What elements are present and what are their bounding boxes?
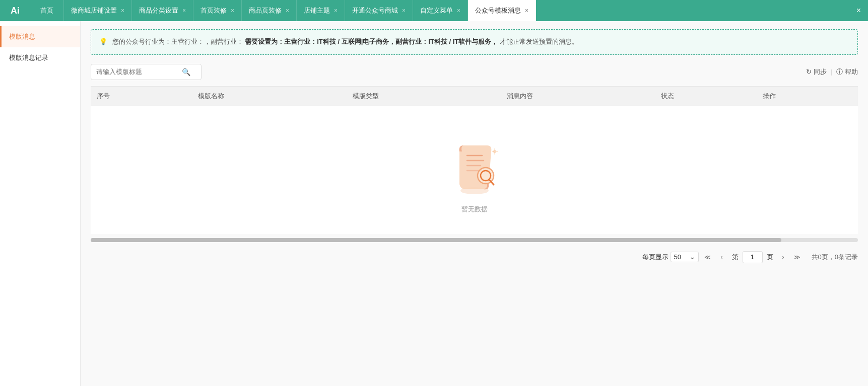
tab-close-icon[interactable]: ×: [402, 7, 406, 14]
tab-close-icon[interactable]: ×: [334, 7, 338, 14]
col-header-type: 模版类型: [347, 86, 501, 106]
tab-label: 微商城店铺设置: [71, 6, 117, 15]
search-input[interactable]: [96, 68, 182, 75]
tab-open-shop[interactable]: 开通公众号商城×: [345, 0, 413, 21]
tab-bar: Ai 首页微商城店铺设置×商品分类设置×首页装修×商品页装修×店铺主题×开通公众…: [0, 0, 868, 21]
col-header-action: 操作: [757, 86, 858, 106]
tab-product-category[interactable]: 商品分类设置×: [132, 0, 193, 21]
tab-label: 店铺主题: [304, 6, 330, 15]
close-all-button[interactable]: ×: [849, 0, 868, 21]
pagination: 每页显示 50 ⌄ ≪ ‹ 第 页 › ≫ 共0页，0条记录: [91, 246, 858, 268]
data-table: 序号模版名称模版类型消息内容状态操作: [91, 86, 858, 234]
page-size-selector: 每页显示 50 ⌄: [642, 252, 699, 262]
tab-shop-theme[interactable]: 店铺主题×: [297, 0, 345, 21]
tab-product-decor[interactable]: 商品页装修×: [242, 0, 297, 21]
tab-close-icon[interactable]: ×: [525, 7, 528, 14]
tab-template-msg[interactable]: 公众号模板消息×: [468, 0, 536, 21]
tab-close-icon[interactable]: ×: [286, 7, 289, 14]
tab-label: 首页装修: [201, 6, 227, 15]
col-header-name: 模版名称: [192, 86, 346, 106]
page-navigation: ≪ ‹ 第 页 › ≫: [702, 251, 804, 263]
page-size-dropdown[interactable]: 50 ⌄: [671, 252, 699, 262]
empty-illustration: [444, 136, 505, 197]
col-header-status: 状态: [655, 86, 756, 106]
tab-close-icon[interactable]: ×: [231, 7, 234, 14]
sync-label: 同步: [814, 67, 827, 76]
scrollbar-thumb[interactable]: [91, 238, 781, 242]
main-layout: 模版消息模版消息记录 💡 您的公众号行业为：主营行业：，副营行业： 需要设置为：…: [0, 21, 868, 386]
tab-label: 自定义菜单: [420, 6, 453, 15]
last-page-button[interactable]: ≫: [791, 251, 804, 263]
notice-suffix: 才能正常发送预置的消息。: [500, 38, 578, 45]
col-header-content: 消息内容: [501, 86, 655, 106]
empty-text: 暂无数据: [461, 205, 488, 214]
tab-home[interactable]: 首页: [30, 0, 64, 21]
help-icon: ⓘ: [836, 67, 843, 76]
prev-page-button[interactable]: ‹: [716, 251, 728, 263]
tab-custom-menu[interactable]: 自定义菜单×: [413, 0, 468, 21]
search-box: 🔍: [91, 64, 202, 80]
page-label: 第: [732, 253, 739, 262]
horizontal-scrollbar[interactable]: [91, 238, 858, 242]
tab-label: 首页: [40, 6, 53, 15]
help-button[interactable]: ⓘ 帮助: [836, 67, 858, 76]
tab-wechat-shop[interactable]: 微商城店铺设置×: [64, 0, 132, 21]
tab-label: 开通公众号商城: [352, 6, 398, 15]
page-unit: 页: [767, 253, 773, 262]
tab-close-icon[interactable]: ×: [457, 7, 460, 14]
first-page-button[interactable]: ≪: [702, 251, 714, 263]
tab-close-icon[interactable]: ×: [182, 7, 186, 14]
help-label: 帮助: [845, 67, 858, 76]
page-number-input[interactable]: [743, 251, 763, 263]
tab-label: 商品页装修: [249, 6, 282, 15]
dropdown-arrow-icon: ⌄: [690, 253, 695, 261]
page-size-value: 50: [674, 253, 681, 261]
tab-homepage-decor[interactable]: 首页装修×: [193, 0, 242, 21]
col-header-seq: 序号: [91, 86, 192, 106]
notice-highlight: 需要设置为：主营行业：IT科技 / 互联网|电子商务，副营行业：IT科技 / I…: [245, 38, 498, 45]
search-icon[interactable]: 🔍: [182, 68, 190, 76]
content-area: 💡 您的公众号行业为：主营行业：，副营行业： 需要设置为：主营行业：IT科技 /…: [81, 21, 868, 386]
tab-label: 公众号模板消息: [475, 6, 521, 15]
toolbar: 🔍 ↻ 同步 | ⓘ 帮助: [91, 64, 858, 80]
empty-state: 暂无数据: [91, 106, 858, 234]
sync-button[interactable]: ↻ 同步: [806, 67, 827, 76]
tab-label: 商品分类设置: [139, 6, 178, 15]
next-page-button[interactable]: ›: [777, 251, 789, 263]
tab-close-icon[interactable]: ×: [121, 7, 124, 14]
sidebar: 模版消息模版消息记录: [0, 21, 81, 386]
notice-banner: 💡 您的公众号行业为：主营行业：，副营行业： 需要设置为：主营行业：IT科技 /…: [91, 29, 858, 55]
divider: |: [831, 68, 832, 75]
toolbar-right: ↻ 同步 | ⓘ 帮助: [806, 67, 858, 76]
sidebar-item-template-record[interactable]: 模版消息记录: [0, 47, 80, 68]
sidebar-item-template-msg[interactable]: 模版消息: [0, 26, 80, 47]
sync-icon: ↻: [806, 68, 812, 75]
page-size-label: 每页显示: [642, 253, 669, 262]
total-info: 共0页，0条记录: [812, 253, 858, 262]
logo: Ai: [0, 0, 30, 21]
notice-prefix: 您的公众号行业为：主营行业：，副营行业：: [112, 38, 243, 45]
notice-icon: 💡: [99, 38, 107, 45]
